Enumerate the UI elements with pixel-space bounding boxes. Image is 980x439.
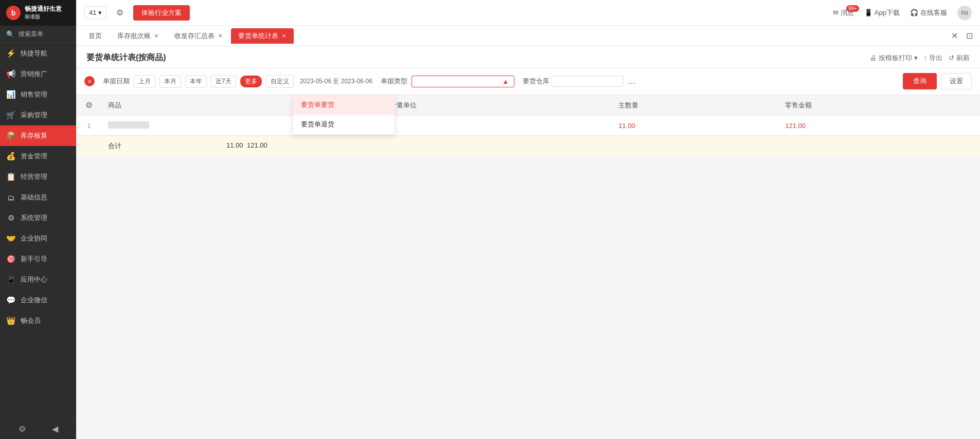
sidebar: b 畅捷通好生意 标准版 🔍 搜索菜单 ⚡ 快捷导航 📢 营销推广 📊 销售管理… [0,0,76,439]
dropdown-option-1[interactable]: 要货单退货 [293,115,395,134]
app-download-btn[interactable]: 📱 App下载 [864,8,900,17]
filter-expand-btn[interactable]: » [84,76,95,86]
purchase-label: 采购管理 [21,111,47,120]
sidebar-item-sales[interactable]: 📊 销售管理 [0,84,76,105]
tab-inventory-batch[interactable]: 库存批次账 ✕ [110,28,166,44]
trial-button[interactable]: 体验行业方案 [133,5,190,21]
query-button[interactable]: 查询 [903,73,937,89]
tab-inventory-batch-label: 库存批次账 [117,31,151,41]
basic-info-icon: 🗂 [6,193,15,202]
membership-label: 畅会员 [21,316,41,325]
app-download-icon: 📱 [864,9,872,16]
main-area: 41 ▾ ⚙ 体验行业方案 ✉ 消息 99+ 📱 App下载 🎧 在线客服 Ri… [76,0,980,439]
tab-expand-btn[interactable]: ⊡ [964,30,975,42]
shortcut-label: 快捷导航 [21,49,47,58]
logo-icon: b [6,6,21,20]
sidebar-toggle-btn[interactable]: ◀ [52,424,58,434]
sales-icon: 📊 [6,90,15,99]
type-dropdown: 要货单要货 要货单退货 [292,95,395,135]
sidebar-item-guide[interactable]: 🎯 新手引导 [0,249,76,269]
sidebar-item-search[interactable]: 🔍 搜索菜单 [0,26,76,43]
sidebar-item-marketing[interactable]: 📢 营销推广 [0,64,76,84]
notification-badge: 99+ [846,5,859,12]
sidebar-item-app-center[interactable]: 📱 应用中心 [0,269,76,290]
filter-custom[interactable]: 自定义 [266,75,294,88]
tab-summary-close[interactable]: ✕ [218,32,223,40]
total-amount: 121.00 [247,141,309,151]
refresh-label: 刷新 [956,53,970,63]
sidebar-item-shortcut[interactable]: ⚡ 快捷导航 [0,43,76,64]
purchase-icon: 🛒 [6,111,15,120]
tab-close-all-btn[interactable]: ✕ [949,30,960,42]
settings-button[interactable]: 设置 [941,73,972,89]
date-filter-group: 单据日期 上月 本月 本年 近7天 更多 自定义 2023-05-06 至 20… [103,75,372,88]
page-title: 要货单统计表(按商品) [86,52,166,63]
enterprise-icon: 🤝 [6,234,15,243]
row-index: 1 [76,116,102,136]
sidebar-item-inventory[interactable]: 📦 库存核算 [0,125,76,146]
table-footer: 合计 11.00 121.00 [76,136,980,156]
refresh-icon: ↺ [949,54,954,62]
filter-this-year[interactable]: 本年 [185,75,207,88]
tab-home[interactable]: 首页 [81,28,109,44]
app-center-label: 应用中心 [21,275,47,284]
sidebar-item-finance[interactable]: 💰 资金管理 [0,146,76,167]
refresh-btn[interactable]: ↺ 刷新 [949,53,970,63]
filter-last-7days[interactable]: 近7天 [211,75,236,88]
tab-inventory-batch-close[interactable]: ✕ [154,32,159,40]
sidebar-item-basic-info[interactable]: 🗂 基础信息 [0,187,76,208]
company-name: 畅捷通好生意 [25,5,62,13]
user-avatar[interactable]: Rit [957,6,972,20]
sidebar-item-enterprise[interactable]: 🤝 企业协同 [0,228,76,249]
sidebar-item-system[interactable]: ⚙ 系统管理 [0,208,76,228]
print-btn[interactable]: 🖨 按模板打印 ▾ [870,53,918,63]
app-logo: b 畅捷通好生意 标准版 [0,0,76,26]
sidebar-item-operations[interactable]: 📋 经营管理 [0,167,76,187]
tab-order-stats[interactable]: 要货单统计表 ✕ [231,28,294,44]
col-amount-header: 零售金额 [779,95,980,116]
sidebar-item-purchase[interactable]: 🛒 采购管理 [0,105,76,125]
col-settings-header[interactable]: ⚙ [76,95,102,116]
company-selector[interactable]: 41 ▾ [84,6,106,19]
row-amount: 121.00 [779,116,980,136]
guide-icon: 🎯 [6,254,15,264]
sidebar-footer: ⚙ ◀ [0,418,76,439]
app-download-label: App下载 [875,8,900,17]
col-settings-icon[interactable]: ⚙ [85,101,93,109]
product-name-placeholder [108,121,149,129]
filter-more-tag[interactable]: 更多 [240,76,262,87]
filter-this-month[interactable]: 本月 [159,75,181,88]
sidebar-settings-btn[interactable]: ⚙ [19,424,26,434]
type-select-arrow: ▲ [502,78,509,85]
marketing-label: 营销推广 [21,69,47,79]
date-range-display: 2023-05-06 至 2023-06-06 [300,77,372,86]
sidebar-item-membership[interactable]: 👑 畅会员 [0,310,76,331]
warehouse-input[interactable] [551,76,623,87]
header-settings-btn[interactable]: ⚙ [113,6,127,20]
warehouse-more-btn[interactable]: … [628,77,636,86]
col-unit-header: 主计量单位 [377,95,613,116]
online-service-btn[interactable]: 🎧 在线客服 [910,8,947,17]
dropdown-option-0[interactable]: 要货单要货 [293,95,395,115]
sidebar-item-wechat[interactable]: 💬 企业微信 [0,290,76,310]
wechat-icon: 💬 [6,296,15,305]
filter-actions: 查询 设置 [903,73,972,89]
notification-btn[interactable]: ✉ 消息 99+ [833,8,854,17]
date-label: 单据日期 [103,77,130,86]
col-qty-header: 主数量 [612,95,779,116]
row-qty: 11.00 [612,116,779,136]
tab-order-stats-close[interactable]: ✕ [281,32,287,40]
company-selector-arrow: ▾ [98,9,102,16]
export-btn[interactable]: ↑ 导出 [924,53,943,63]
type-select[interactable]: ▲ [412,76,514,87]
marketing-icon: 📢 [6,69,15,79]
header-left: 41 ▾ ⚙ 体验行业方案 [84,5,833,21]
filter-last-month[interactable]: 上月 [134,75,155,88]
inventory-label: 库存核算 [21,131,47,140]
wechat-label: 企业微信 [21,296,47,305]
operations-icon: 📋 [6,172,15,181]
tab-bar-actions: ✕ ⊡ [949,30,975,42]
system-label: 系统管理 [21,213,47,223]
tab-summary[interactable]: 收发存汇总表 ✕ [167,28,230,44]
filter-bar: » 单据日期 上月 本月 本年 近7天 更多 自定义 2023-05-06 至 … [76,68,980,95]
